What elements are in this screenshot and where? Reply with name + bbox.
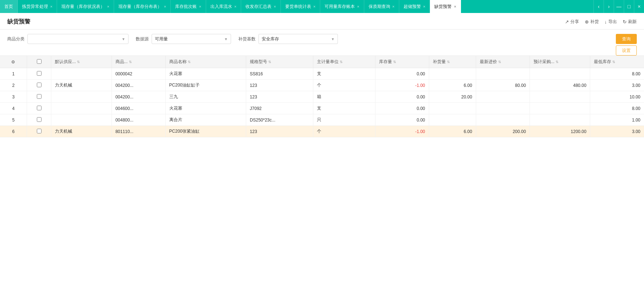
tab-close-icon[interactable]: × — [423, 4, 425, 9]
est-purchase-col-label: 预计采购... — [534, 59, 554, 65]
share-button[interactable]: ↗ 分享 — [565, 19, 579, 25]
tab-item-shortage-warning[interactable]: 缺货预警× — [430, 0, 461, 13]
min-stock-sort-icon: ⇅ — [612, 60, 615, 64]
row-est-purchase — [530, 91, 590, 103]
tab-item-recv-summary[interactable]: 收发存汇总表× — [241, 0, 280, 13]
row-spec: 123 — [246, 91, 313, 103]
tab-close-icon[interactable]: × — [107, 4, 109, 9]
replenish-col-label: 补货量 — [433, 59, 446, 65]
tab-item-inout-flow[interactable]: 出入库流水× — [206, 0, 241, 13]
tab-label: 要货单统计表 — [285, 4, 311, 10]
data-source-filter: 数据源 可用量 ▼ — [136, 34, 231, 44]
row-checkbox-cell[interactable] — [27, 126, 51, 137]
unit-col-label: 主计量单位 — [317, 59, 339, 65]
row-stock: 0.00 — [375, 114, 429, 126]
row-checkbox-cell[interactable] — [27, 91, 51, 103]
th-supplier[interactable]: 默认供应... ⇅ — [51, 56, 112, 68]
th-est-purchase[interactable]: 预计采购... ⇅ — [530, 56, 590, 68]
row-checkbox[interactable] — [37, 71, 42, 76]
row-checkbox[interactable] — [37, 129, 42, 133]
table-container: ⚙ 默认供应... ⇅ 商品... — [0, 56, 644, 145]
table-row: 2 力天机械 004200... PC200油缸缸子 123 个 -1.00 6… — [0, 80, 644, 91]
th-checkbox-col[interactable] — [27, 56, 51, 68]
row-replenish: 6.00 — [429, 80, 476, 91]
settings-button[interactable]: 设置 — [616, 45, 637, 56]
th-stock[interactable]: 库存量 ⇅ — [375, 56, 429, 68]
tab-close-icon[interactable]: × — [392, 4, 395, 9]
tab-item-available-ledger[interactable]: 可用量库存账本× — [320, 0, 364, 13]
row-name: 火花塞 — [165, 68, 246, 80]
tab-close-icon[interactable]: × — [454, 4, 456, 9]
replenish-button[interactable]: ⊕ 补货 — [585, 19, 599, 25]
row-checkbox[interactable] — [37, 94, 42, 99]
th-min-stock[interactable]: 最低库存 ⇅ — [590, 56, 644, 68]
refresh-button[interactable]: ↻ 刷新 — [623, 19, 637, 25]
filter-actions: 查询 设置 — [616, 34, 637, 56]
replenish-basis-select[interactable]: 安全库存 ▼ — [258, 34, 338, 44]
row-checkbox-cell[interactable] — [27, 68, 51, 80]
row-index: 6 — [0, 126, 27, 137]
row-code: 004600... — [112, 103, 165, 114]
row-checkbox-cell[interactable] — [27, 80, 51, 91]
row-min-stock: 8.00 — [590, 68, 644, 80]
tab-close-icon[interactable]: × — [357, 4, 359, 9]
select-all-checkbox[interactable] — [37, 59, 42, 64]
tab-close-icon[interactable]: × — [50, 4, 52, 9]
tab-close-icon[interactable]: × — [199, 4, 201, 9]
row-checkbox[interactable] — [37, 106, 42, 110]
th-name[interactable]: 商品名称 ⇅ — [165, 56, 246, 68]
tab-item-inventory-status[interactable]: 现存量（库存状况表）× — [57, 0, 114, 13]
tab-item-overstock-warning[interactable]: 超储预警× — [399, 0, 430, 13]
row-code: 004800... — [112, 114, 165, 126]
th-code[interactable]: 商品... ⇅ — [112, 56, 165, 68]
row-unit: 个 — [313, 126, 375, 137]
window-maximize[interactable]: □ — [624, 0, 634, 13]
query-button[interactable]: 查询 — [616, 34, 637, 44]
data-source-select[interactable]: 可用量 ▼ — [152, 34, 231, 44]
window-minimize[interactable]: — — [614, 0, 624, 13]
tab-item-exception[interactable]: 拣货异常处理× — [18, 0, 57, 13]
tab-item-expiry-query[interactable]: 保质期查询× — [364, 0, 399, 13]
tab-close-icon[interactable]: × — [234, 4, 236, 9]
tab-item-order-stats[interactable]: 要货单统计表× — [281, 0, 320, 13]
th-gear-col[interactable]: ⚙ — [0, 56, 27, 68]
tab-label: 首页 — [4, 4, 13, 10]
tab-close-icon[interactable]: × — [274, 4, 276, 9]
row-checkbox[interactable] — [37, 117, 42, 122]
chevron-down-icon: ▼ — [122, 37, 125, 41]
row-latest-price — [476, 103, 530, 114]
row-checkbox[interactable] — [37, 83, 42, 87]
min-stock-col-label: 最低库存 — [594, 59, 611, 65]
tab-scroll-left[interactable]: ‹ — [593, 0, 604, 13]
tab-item-inventory-dist[interactable]: 现存量（库存分布表）× — [114, 0, 171, 13]
header-actions: ↗ 分享 ⊕ 补货 ↓ 导出 ↻ 刷新 — [565, 19, 637, 25]
tab-close-icon[interactable]: × — [313, 4, 316, 9]
row-index: 5 — [0, 114, 27, 126]
th-spec[interactable]: 规格型号 ⇅ — [246, 56, 313, 68]
tab-close-icon[interactable]: × — [164, 4, 166, 9]
tab-scroll-right[interactable]: › — [604, 0, 614, 13]
name-sort-icon: ⇅ — [188, 60, 191, 64]
tab-item-batch-account[interactable]: 库存批次账× — [171, 0, 206, 13]
export-button[interactable]: ↓ 导出 — [605, 19, 617, 25]
tab-label: 收发存汇总表 — [245, 4, 271, 10]
row-unit: 支 — [313, 103, 375, 114]
replenish-basis-filter: 补货基数 安全库存 ▼ — [238, 34, 338, 44]
th-latest-price[interactable]: 最新进价 ⇅ — [476, 56, 530, 68]
window-close[interactable]: × — [634, 0, 644, 13]
th-replenish[interactable]: 补货量 ⇅ — [429, 56, 476, 68]
th-unit[interactable]: 主计量单位 ⇅ — [313, 56, 375, 68]
refresh-icon: ↻ — [623, 19, 627, 25]
tab-label: 现存量（库存状况表） — [61, 4, 105, 10]
product-category-select[interactable]: ▼ — [27, 34, 129, 44]
row-supplier: 力天机械 — [51, 80, 112, 91]
tab-item-home[interactable]: 首页 — [0, 0, 18, 13]
table-row: 3 004200... 三九 123 箱 0.00 20.00 10.00 — [0, 91, 644, 103]
row-est-purchase — [530, 103, 590, 114]
row-latest-price — [476, 114, 530, 126]
row-supplier — [51, 68, 112, 80]
row-name: 离合片 — [165, 114, 246, 126]
row-checkbox-cell[interactable] — [27, 114, 51, 126]
page-title: 缺货预警 — [7, 18, 30, 26]
row-checkbox-cell[interactable] — [27, 103, 51, 114]
